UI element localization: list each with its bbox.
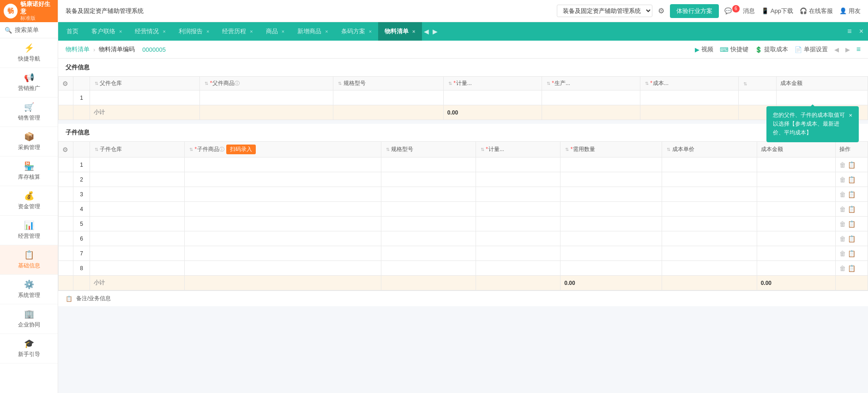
parent-row-extra[interactable]: [739, 91, 777, 105]
sidebar-item-system[interactable]: ⚙️ 系统管理: [0, 275, 58, 304]
parent-row-cost[interactable]: [640, 91, 738, 105]
tab-close-history[interactable]: ×: [250, 29, 253, 34]
delete-btn[interactable]: 🗑: [839, 265, 846, 272]
message-label: 消息: [743, 7, 755, 15]
child-row1-cost-unit[interactable]: [662, 157, 757, 172]
delete-btn[interactable]: 🗑: [839, 220, 846, 228]
tab-close-customers[interactable]: ×: [119, 29, 122, 34]
child-row2-goods[interactable]: [185, 172, 381, 187]
child-row2-unit[interactable]: [476, 172, 560, 187]
experience-btn[interactable]: 体验行业方案: [670, 4, 719, 18]
online-service-btn[interactable]: 🎧 在线客服: [800, 7, 833, 15]
breadcrumb-parent[interactable]: 物料清单: [66, 45, 90, 54]
sidebar-item-label: 资金管理: [18, 203, 40, 211]
copy-btn[interactable]: 📋: [848, 206, 856, 213]
nav-tabs: 首页 客户联络× 经营情况× 利润报告× 经营历程× 商品× 新增商品× 条码方…: [58, 22, 868, 41]
nav-forward-arrow[interactable]: ▶: [845, 46, 850, 53]
tab-close-goods[interactable]: ×: [282, 29, 284, 34]
sidebar-item-marketing[interactable]: 📢 营销推广: [0, 68, 58, 97]
child-subtotal-amount: 0.00: [761, 280, 772, 286]
tab-close-bom[interactable]: ×: [412, 29, 415, 34]
parent-row-goods[interactable]: [200, 91, 333, 105]
sidebar-item-sales[interactable]: 🛒 销售管理: [0, 97, 58, 127]
single-settings-btn[interactable]: 📄 单据设置: [795, 45, 828, 54]
system-selector[interactable]: 装备及固定资产辅助管理系统: [557, 5, 652, 17]
delete-btn[interactable]: 🗑: [839, 206, 846, 213]
copy-btn[interactable]: 📋: [848, 176, 856, 183]
sidebar-item-finance[interactable]: 💰 资金管理: [0, 186, 58, 216]
parent-row-production[interactable]: [542, 91, 640, 105]
sidebar-item-quick-nav[interactable]: ⚡ 快捷导航: [0, 38, 58, 68]
parent-row-spec[interactable]: [333, 91, 443, 105]
tab-new-goods[interactable]: 新增商品×: [291, 22, 334, 41]
tab-home[interactable]: 首页: [60, 22, 85, 41]
settings-icon[interactable]: ⚙: [658, 6, 664, 15]
tooltip-text: 您的父件、子件的成本取值可以选择【参考成本、最新进价、平均成本】: [773, 112, 845, 136]
delete-btn[interactable]: 🗑: [839, 191, 846, 198]
sidebar-item-operations[interactable]: 📊 经营管理: [0, 216, 58, 245]
child-section-title: 子件信息: [58, 124, 868, 141]
table-row: 5 🗑📋: [59, 217, 868, 231]
grid-view-btn[interactable]: ≡: [856, 45, 861, 54]
tab-goods[interactable]: 商品×: [259, 22, 291, 41]
child-row1-spec[interactable]: [381, 157, 476, 172]
bottom-bar: 📋 备注/业务信息: [58, 290, 868, 306]
delete-btn[interactable]: 🗑: [839, 235, 846, 242]
child-row2-qty[interactable]: [561, 172, 662, 187]
app-download-btn[interactable]: 📱 App下载: [761, 7, 793, 15]
sidebar-item-purchase[interactable]: 📦 采购管理: [0, 127, 58, 157]
copy-btn[interactable]: 📋: [848, 191, 856, 198]
child-row1-unit[interactable]: [476, 157, 560, 172]
cost-icon: 💲: [755, 46, 762, 53]
tab-customers[interactable]: 客户联络×: [85, 22, 128, 41]
nav-back-arrow[interactable]: ◀: [834, 46, 839, 53]
child-row1-goods[interactable]: [185, 157, 381, 172]
tab-profit[interactable]: 利润报告×: [172, 22, 216, 41]
system-icon: ⚙️: [24, 279, 34, 290]
copy-btn[interactable]: 📋: [848, 220, 856, 228]
gear-icon[interactable]: ⚙: [62, 80, 68, 87]
tab-bom[interactable]: 物料清单×: [378, 22, 422, 41]
delete-btn[interactable]: 🗑: [839, 161, 846, 169]
close-all-btn[interactable]: ×: [856, 27, 866, 36]
child-row2-warehouse[interactable]: [90, 172, 185, 187]
message-btn[interactable]: 💬 6 消息: [724, 7, 755, 15]
search-menu[interactable]: 🔍 搜索菜单: [0, 22, 58, 38]
tab-close-new-goods[interactable]: ×: [325, 29, 328, 34]
tooltip-close-btn[interactable]: ×: [849, 111, 852, 121]
tab-close-profit[interactable]: ×: [206, 29, 209, 34]
tab-barcode[interactable]: 条码方案×: [335, 22, 378, 41]
user-btn[interactable]: 👤 用友: [839, 7, 861, 15]
child-row2-cost-unit[interactable]: [662, 172, 757, 187]
copy-btn[interactable]: 📋: [848, 161, 856, 169]
app-download-label: App下载: [771, 7, 793, 15]
nav-prev-arrow[interactable]: ◀: [422, 28, 431, 35]
sidebar-item-enterprise[interactable]: 🏢 企业协同: [0, 304, 58, 334]
child-row2-spec[interactable]: [381, 172, 476, 187]
delete-btn[interactable]: 🗑: [839, 176, 846, 183]
parent-row-warehouse[interactable]: [90, 91, 200, 105]
parent-col-num: [73, 77, 90, 91]
child-row1-qty[interactable]: [561, 157, 662, 172]
copy-btn[interactable]: 📋: [848, 235, 856, 242]
sidebar-item-inventory[interactable]: 🏪 库存核算: [0, 157, 58, 186]
shortcut-btn[interactable]: ⌨ 快捷键: [720, 45, 748, 54]
view-video-btn[interactable]: ▶ 视频: [695, 45, 713, 54]
tab-menu-btn[interactable]: ≡: [843, 27, 856, 36]
copy-btn[interactable]: 📋: [848, 265, 856, 272]
sidebar-item-basics[interactable]: 📋 基础信息: [0, 245, 58, 275]
extract-cost-btn[interactable]: 💲 提取成本: [755, 45, 788, 54]
scan-btn[interactable]: 扫码录入: [226, 145, 256, 154]
delete-btn[interactable]: 🗑: [839, 250, 846, 257]
tab-close-operations[interactable]: ×: [163, 29, 165, 34]
child-row1-warehouse[interactable]: [90, 157, 185, 172]
gear-icon-child[interactable]: ⚙: [62, 146, 68, 153]
copy-btn[interactable]: 📋: [848, 250, 856, 257]
keyboard-icon: ⌨: [720, 46, 729, 53]
tab-history[interactable]: 经营历程×: [216, 22, 259, 41]
tab-close-barcode[interactable]: ×: [369, 29, 372, 34]
tab-operations[interactable]: 经营情况×: [128, 22, 172, 41]
sidebar-item-guide[interactable]: 🎓 新手引导: [0, 334, 58, 363]
nav-next-arrow[interactable]: ▶: [431, 28, 440, 35]
parent-row-unit[interactable]: [443, 91, 542, 105]
